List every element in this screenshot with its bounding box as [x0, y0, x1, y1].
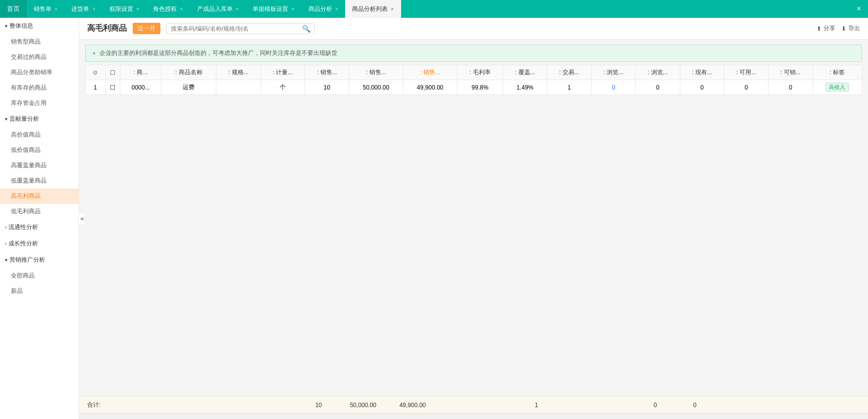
cell-spec — [216, 80, 260, 95]
close-template-settings[interactable]: × — [291, 6, 294, 12]
cell-sales-qty: 10 — [305, 80, 349, 95]
sidebar-item-new-products[interactable]: 新品 — [0, 283, 79, 299]
footer-sales-profit: 49,900.00 — [388, 402, 437, 409]
total-label: 合计: — [87, 401, 101, 409]
sidebar-item-stocked-products[interactable]: 有库存的商品 — [0, 80, 79, 95]
total-values: 10 50,000.00 49,900.00 1 0 0 — [110, 402, 715, 409]
arrow-icon-2: ▾ — [5, 116, 7, 122]
col-header-check[interactable]: ☐ — [105, 65, 120, 80]
tip-text: 企业的主要的利润都是这部分商品创造的，可考虑加大推广，同时关注库存是不要出现缺货 — [100, 49, 337, 57]
cell-code: 0000... — [120, 80, 161, 95]
col-header-seq[interactable]: ⚙ — [86, 65, 105, 80]
cell-sales-amount: 50,000.00 — [349, 80, 403, 95]
sidebar-item-traded-products[interactable]: 交易过的商品 — [0, 49, 79, 65]
cell-trade: 1 — [547, 80, 591, 95]
table-row: 1 ☐ 0000... 运费 个 10 50,000.00 49,900.00 … — [86, 80, 862, 95]
sidebar-item-low-coverage[interactable]: 低覆盖量商品 — [0, 173, 79, 188]
close-product-analysis-list[interactable]: × — [391, 6, 394, 12]
col-header-gross-rate[interactable]: : 毛利率 — [457, 65, 503, 80]
table-header-row: ⚙ ☐ : 商... : 商品名称 : 规格... : — [86, 65, 862, 80]
sidebar-item-all-products[interactable]: 全部商品 — [0, 268, 79, 283]
footer-total-bar: 合计: 10 50,000.00 49,900.00 1 0 0 — [79, 396, 868, 413]
close-product-analysis[interactable]: × — [335, 6, 338, 12]
search-input[interactable] — [171, 25, 302, 32]
arrow-icon-5: ▾ — [5, 257, 7, 263]
close-product-inbound[interactable]: × — [236, 6, 239, 12]
close-sales-order[interactable]: × — [54, 6, 57, 12]
nav-home[interactable]: 首页 — [0, 0, 27, 18]
share-button[interactable]: ⬆ 分享 — [817, 24, 835, 33]
sidebar-group-marketing[interactable]: ▾ 营销推广分析 — [0, 252, 79, 268]
search-icon[interactable]: 🔍 — [302, 25, 310, 33]
nav-permission-settings[interactable]: 权限设置 × — [102, 0, 146, 18]
cell-available-stock: 0 — [724, 80, 768, 95]
header-actions: ⬆ 分享 ⬇ 导出 — [817, 24, 860, 33]
table-wrapper[interactable]: ⚙ ☐ : 商... : 商品名称 : 规格... : — [79, 65, 868, 396]
close-purchase-order[interactable]: × — [92, 6, 95, 12]
sidebar-group-growth[interactable]: › 成长性分析 — [0, 235, 79, 252]
col-header-spec[interactable]: : 规格... — [216, 65, 260, 80]
sidebar-item-high-margin[interactable]: 高毛利商品 — [0, 188, 79, 204]
tip-bar: ✦ 企业的主要的利润都是这部分商品创造的，可考虑加大推广，同时关注库存是不要出现… — [85, 45, 862, 62]
col-header-coverage[interactable]: : 覆盖... — [503, 65, 547, 80]
cell-browse1[interactable]: 0 — [591, 80, 635, 95]
recent-month-button[interactable]: 近一月 — [133, 23, 160, 34]
cell-name: 运费 — [161, 80, 216, 95]
sidebar-group-contribution[interactable]: ▾ 贡献量分析 — [0, 111, 79, 127]
content-header: 高毛利商品 近一月 🔍 ⬆ 分享 ⬇ 导出 — [79, 18, 868, 40]
footer-current-stock: 0 — [635, 402, 675, 409]
close-permission-settings[interactable]: × — [136, 6, 139, 12]
nav-sales-order[interactable]: 销售单 × — [27, 0, 64, 18]
sidebar-item-high-coverage[interactable]: 高覆盖量商品 — [0, 158, 79, 173]
cell-coverage: 1.49% — [503, 80, 547, 95]
close-role-auth[interactable]: × — [180, 6, 183, 12]
col-header-name[interactable]: : 商品名称 — [161, 65, 216, 80]
arrow-icon: ▾ — [5, 23, 7, 29]
col-header-browse2[interactable]: : 浏览... — [636, 65, 680, 80]
bottom-scrollbar[interactable] — [79, 413, 868, 419]
cell-gross-rate: 99.8% — [457, 80, 503, 95]
col-header-unit[interactable]: : 计量... — [260, 65, 305, 80]
sidebar-item-low-value[interactable]: 低价值商品 — [0, 142, 79, 158]
cell-seq: 1 — [86, 80, 105, 95]
browse1-link[interactable]: 0 — [612, 84, 615, 91]
search-input-wrap: 🔍 — [166, 23, 315, 34]
sidebar-group-liquidity[interactable]: › 流通性分析 — [0, 219, 79, 235]
col-header-sales-qty[interactable]: : 销售... — [305, 65, 349, 80]
product-table: ⚙ ☐ : 商... : 商品名称 : 规格... : — [85, 65, 862, 95]
window-close-button[interactable]: × — [850, 0, 868, 18]
sidebar-collapse-button[interactable]: ◀ — [78, 213, 85, 225]
export-button[interactable]: ⬇ 导出 — [841, 24, 860, 33]
nav-product-analysis[interactable]: 商品分析 × — [302, 0, 345, 18]
sidebar-item-inventory-capital[interactable]: 库存资金占用 — [0, 95, 79, 111]
footer-sales-qty: 10 — [299, 402, 338, 409]
col-header-tag[interactable]: : 标签 — [813, 65, 862, 80]
cell-current-stock: 0 — [680, 80, 724, 95]
cell-check[interactable]: ☐ — [105, 80, 120, 95]
footer-available-stock: 0 — [675, 402, 715, 409]
nav-product-analysis-list[interactable]: 商品分析列表 × — [345, 0, 401, 18]
sidebar-item-high-value[interactable]: 高价值商品 — [0, 127, 79, 142]
col-header-sales-profit[interactable]: : 销售... — [403, 65, 457, 80]
sidebar-item-sales-products[interactable]: 销售型商品 — [0, 34, 79, 49]
col-header-current-stock[interactable]: : 现有... — [680, 65, 724, 80]
sidebar-item-category-assist-rate[interactable]: 商品分类助销率 — [0, 65, 79, 80]
tip-icon: ✦ — [92, 50, 97, 57]
sidebar-item-low-margin[interactable]: 低毛利商品 — [0, 204, 79, 219]
arrow-icon-3: › — [5, 225, 6, 230]
page-title: 高毛利商品 — [87, 23, 127, 34]
gear-icon[interactable]: ⚙ — [93, 69, 98, 76]
nav-product-inbound[interactable]: 产成品入库单 × — [190, 0, 246, 18]
col-header-trade[interactable]: : 交易... — [547, 65, 591, 80]
col-header-sales-amount[interactable]: : 销售... — [349, 65, 403, 80]
top-navigation: 首页 销售单 × 进货单 × 权限设置 × 角色授权 × 产成品入库单 × 单据… — [0, 0, 868, 18]
cell-sales-profit: 49,900.00 — [403, 80, 457, 95]
col-header-browse1[interactable]: : 浏览... — [591, 65, 635, 80]
nav-role-auth[interactable]: 角色授权 × — [146, 0, 190, 18]
nav-purchase-order[interactable]: 进货单 × — [64, 0, 102, 18]
col-header-available-stock[interactable]: : 可用... — [724, 65, 768, 80]
sidebar-group-overall[interactable]: ▾ 整体信息 — [0, 18, 79, 34]
col-header-saleable-stock[interactable]: : 可销... — [768, 65, 813, 80]
nav-template-settings[interactable]: 单据模板设置 × — [246, 0, 301, 18]
col-header-code[interactable]: : 商... — [120, 65, 161, 80]
